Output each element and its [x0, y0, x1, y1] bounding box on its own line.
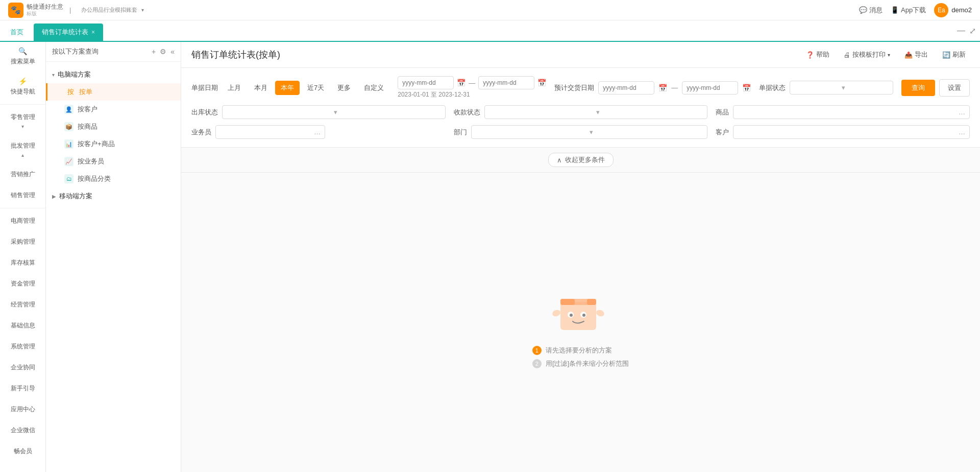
salesperson-dots-btn[interactable]: … [310, 126, 325, 138]
delivery-status-select[interactable]: ▾ [222, 105, 446, 119]
scheme-settings-btn[interactable]: ⚙ [160, 48, 166, 56]
goods-input[interactable] [733, 106, 954, 119]
date-tab-more[interactable]: 更多 [332, 81, 356, 95]
tree-item-by-customer[interactable]: 👤 按客户 [46, 101, 181, 118]
customer-dots-btn[interactable]: … [954, 126, 969, 138]
mobile-group-label: 移动端方案 [59, 192, 92, 201]
sidebar: 🔍 搜索菜单 ⚡ 快捷导航 零售管理 ▾ 批发管理 ▴ 营销推广 销售管理 电商… [0, 42, 46, 472]
tree-item-by-customer-product[interactable]: 📊 按客户+商品 [46, 135, 181, 153]
date-from-cal-icon[interactable]: 📅 [457, 79, 465, 87]
export-btn[interactable]: 📤 导出 [900, 48, 932, 61]
status-label: 单据状态 [759, 83, 786, 92]
message-btn[interactable]: 💬 消息 [859, 6, 883, 15]
sidebar-quick-label: 快捷导航 [11, 87, 35, 96]
tab-home[interactable]: 首页 [0, 23, 34, 41]
date-tab-custom[interactable]: 自定义 [358, 81, 389, 95]
top-bar: 🐾 畅捷通好生意 标版 | 办公用品行业模拟账套 ▾ 💬 消息 📱 App下载 … [0, 0, 980, 20]
settings-btn[interactable]: 设置 [939, 79, 970, 97]
tree-group-pc-header[interactable]: ▾ 电脑端方案 [46, 66, 181, 83]
download-icon: 📱 [891, 6, 899, 14]
salesperson-section: 业务员 … [191, 125, 446, 139]
filter-row-1: 单据日期 上月 本月 本年 近7天 更多 自定义 � [191, 76, 970, 99]
date-tab-this-year[interactable]: 本年 [275, 81, 300, 95]
expected-date-to-input[interactable] [682, 81, 738, 95]
department-section: 部门 ▾ [454, 125, 708, 139]
status-select[interactable]: ▾ [790, 81, 893, 95]
sidebar-item-retail[interactable]: 零售管理 ▾ [0, 107, 45, 135]
sidebar-item-system[interactable]: 系统管理 [0, 336, 45, 357]
customer-section: 客户 … [716, 125, 970, 139]
expected-to-cal-icon[interactable]: 📅 [742, 84, 751, 92]
hint-text-2: 用[过滤]条件来缩小分析范围 [546, 359, 629, 368]
by-order-label: 按单 [79, 87, 92, 97]
sidebar-item-appstore[interactable]: 应用中心 [0, 399, 45, 420]
date-tab-this-month[interactable]: 本月 [249, 81, 273, 95]
user-area[interactable]: Ea demo2 [934, 3, 972, 17]
help-btn[interactable]: ❓ 帮助 [802, 48, 834, 61]
salesperson-input[interactable] [216, 126, 310, 138]
tree-group-mobile-header[interactable]: ▶ 移动端方案 [46, 187, 181, 205]
app-download-btn[interactable]: 📱 App下载 [891, 6, 926, 15]
sidebar-quick-nav[interactable]: ⚡ 快捷导航 [0, 71, 45, 102]
username-label: demo2 [951, 6, 972, 14]
salesperson-label: 业务员 [191, 128, 211, 137]
date-tab-7days[interactable]: 近7天 [302, 81, 330, 95]
status-arrow: ▾ [842, 84, 888, 91]
sidebar-search[interactable]: 🔍 搜索菜单 [0, 42, 45, 71]
empty-svg [550, 276, 611, 338]
sidebar-item-newbie[interactable]: 新手引导 [0, 378, 45, 399]
tab-maximize-btn[interactable]: ⤢ [969, 26, 976, 36]
tree-item-by-product[interactable]: 📦 按商品 [46, 118, 181, 135]
sidebar-item-finance[interactable]: 资金管理 [0, 273, 45, 294]
sidebar-item-member[interactable]: 畅会员 [0, 441, 45, 462]
customer-input[interactable] [733, 126, 954, 138]
tab-close-icon[interactable]: × [91, 29, 95, 36]
print-btn[interactable]: 🖨 按模板打印 ▾ [840, 48, 894, 61]
sidebar-item-wholesale[interactable]: 批发管理 ▴ [0, 135, 45, 164]
department-select[interactable]: ▾ [471, 125, 708, 139]
date-to-cal-icon[interactable]: 📅 [537, 79, 546, 87]
scheme-tree: ▾ 电脑端方案 按 按单 👤 按客户 📦 按商品 [46, 62, 181, 472]
top-bar-left: 🐾 畅捷通好生意 标版 | 办公用品行业模拟账套 ▾ [8, 3, 144, 18]
date-range-wrapper: 📅 — 📅 2023-01-01 至 2023-12-31 [398, 76, 546, 99]
sidebar-item-operations[interactable]: 经营管理 [0, 294, 45, 315]
sidebar-item-enterprise[interactable]: 企业协同 [0, 357, 45, 378]
sidebar-item-purchase[interactable]: 采购管理 [0, 231, 45, 252]
tree-item-by-salesperson[interactable]: 📈 按业务员 [46, 153, 181, 170]
sidebar-item-basic[interactable]: 基础信息 [0, 315, 45, 336]
expected-from-cal-icon[interactable]: 📅 [658, 84, 667, 92]
collapse-icon: ∧ [557, 156, 562, 164]
logo-text-block: 畅捷通好生意 标版 [27, 3, 63, 16]
collapse-bar: ∧ 收起更多条件 [181, 148, 980, 173]
svg-point-7 [582, 314, 585, 317]
tab-minimize-btn[interactable]: — [957, 26, 965, 36]
goods-dots-btn[interactable]: … [954, 106, 969, 119]
payment-status-select[interactable]: ▾ [484, 105, 708, 119]
message-icon: 💬 [859, 6, 867, 14]
logo-area: 🐾 畅捷通好生意 标版 [8, 3, 63, 18]
collapse-panel-btn[interactable]: « [170, 48, 175, 56]
date-tab-last-month[interactable]: 上月 [222, 81, 247, 95]
expected-date-label: 预计交货日期 [554, 83, 594, 92]
tree-item-by-order[interactable]: 按 按单 [46, 83, 181, 101]
sidebar-item-inventory[interactable]: 库存核算 [0, 252, 45, 273]
expected-date-from-input[interactable] [598, 81, 654, 95]
payment-arrow: ▾ [596, 108, 702, 116]
by-customer-product-label: 按客户+商品 [78, 139, 115, 149]
refresh-btn[interactable]: 🔄 刷新 [938, 48, 970, 61]
sidebar-item-ecommerce[interactable]: 电商管理 [0, 210, 45, 231]
page-header: 销售订单统计表(按单) ❓ 帮助 🖨 按模板打印 ▾ 📤 导出 [181, 42, 980, 68]
sidebar-item-sales[interactable]: 销售管理 [0, 185, 45, 206]
date-to-input[interactable] [478, 76, 534, 89]
tab-sales-order[interactable]: 销售订单统计表 × [34, 23, 103, 41]
tree-item-by-category[interactable]: 🗂 按商品分类 [46, 170, 181, 187]
date-from-input[interactable] [398, 76, 454, 89]
sidebar-item-marketing[interactable]: 营销推广 [0, 164, 45, 185]
collapse-conditions-btn[interactable]: ∧ 收起更多条件 [548, 153, 614, 167]
empty-hint-2: 2 用[过滤]条件来缩小分析范围 [532, 359, 629, 368]
sidebar-item-wechat[interactable]: 企业微信 [0, 420, 45, 441]
app-dropdown-arrow[interactable]: ▾ [141, 7, 144, 13]
query-btn[interactable]: 查询 [901, 80, 935, 96]
add-scheme-btn[interactable]: + [152, 48, 156, 56]
svg-point-9 [595, 309, 605, 318]
